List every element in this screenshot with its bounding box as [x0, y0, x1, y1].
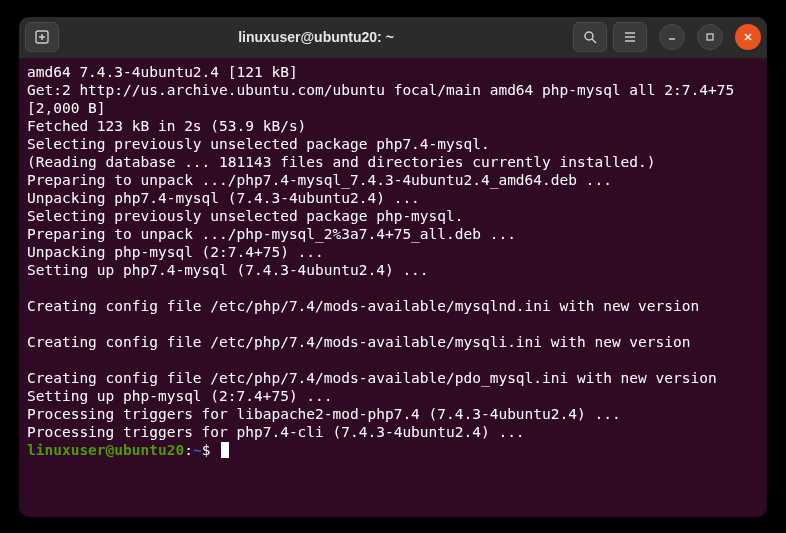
terminal-line: Creating config file /etc/php/7.4/mods-a…: [27, 298, 699, 314]
terminal-line: Creating config file /etc/php/7.4/mods-a…: [27, 334, 690, 350]
prompt-colon: :: [184, 442, 193, 458]
prompt-path: ~: [193, 442, 202, 458]
terminal-line: Processing triggers for php7.4-cli (7.4.…: [27, 424, 525, 440]
prompt-user: linuxuser: [27, 442, 106, 458]
terminal-output[interactable]: amd64 7.4.3-4ubuntu2.4 [121 kB] Get:2 ht…: [19, 59, 767, 517]
terminal-line: Unpacking php7.4-mysql (7.4.3-4ubuntu2.4…: [27, 190, 420, 206]
new-tab-button[interactable]: [25, 22, 59, 52]
prompt-symbol: $: [202, 442, 211, 458]
close-icon: [743, 32, 753, 42]
window-title: linuxuser@ubuntu20: ~: [65, 29, 567, 45]
terminal-line: Creating config file /etc/php/7.4/mods-a…: [27, 370, 717, 386]
search-button[interactable]: [573, 22, 607, 52]
svg-rect-9: [707, 34, 713, 40]
svg-point-3: [585, 32, 593, 40]
new-tab-icon: [34, 29, 50, 45]
terminal-line: Selecting previously unselected package …: [27, 208, 464, 224]
search-icon: [583, 30, 597, 44]
cursor: [221, 442, 229, 458]
close-button[interactable]: [735, 24, 761, 50]
maximize-icon: [705, 32, 715, 42]
maximize-button[interactable]: [697, 24, 723, 50]
svg-line-4: [592, 39, 596, 43]
terminal-line: Get:2 http://us.archive.ubuntu.com/ubunt…: [27, 82, 743, 116]
menu-button[interactable]: [613, 22, 647, 52]
terminal-line: Setting up php-mysql (2:7.4+75) ...: [27, 388, 333, 404]
terminal-line: Preparing to unpack .../php-mysql_2%3a7.…: [27, 226, 516, 242]
terminal-line: amd64 7.4.3-4ubuntu2.4 [121 kB]: [27, 64, 298, 80]
terminal-line: Processing triggers for libapache2-mod-p…: [27, 406, 621, 422]
prompt-at: @: [106, 442, 115, 458]
terminal-line: Preparing to unpack .../php7.4-mysql_7.4…: [27, 172, 612, 188]
prompt-host: ubuntu20: [114, 442, 184, 458]
minimize-button[interactable]: [659, 24, 685, 50]
titlebar: linuxuser@ubuntu20: ~: [19, 17, 767, 59]
terminal-line: Setting up php7.4-mysql (7.4.3-4ubuntu2.…: [27, 262, 429, 278]
terminal-line: (Reading database ... 181143 files and d…: [27, 154, 656, 170]
minimize-icon: [667, 32, 677, 42]
terminal-window: linuxuser@ubuntu20: ~: [19, 17, 767, 517]
hamburger-icon: [623, 30, 637, 44]
terminal-line: Unpacking php-mysql (2:7.4+75) ...: [27, 244, 324, 260]
terminal-line: Selecting previously unselected package …: [27, 136, 490, 152]
terminal-line: Fetched 123 kB in 2s (53.9 kB/s): [27, 118, 306, 134]
